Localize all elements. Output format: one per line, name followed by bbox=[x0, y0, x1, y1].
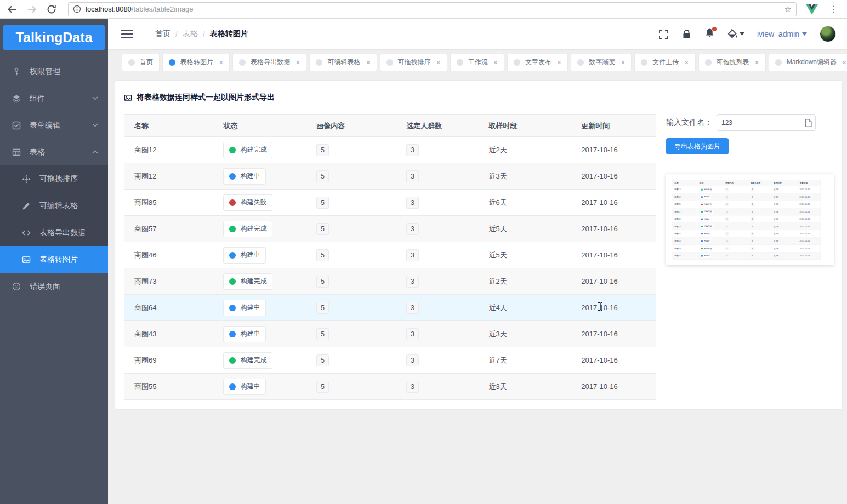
status-dot-icon bbox=[229, 147, 236, 153]
column-header: 状态 bbox=[213, 115, 306, 137]
bookmark-star-icon[interactable]: ☆ bbox=[785, 4, 792, 14]
sidebar-item-form-edit[interactable]: 表单编辑 bbox=[0, 112, 108, 139]
lock-icon[interactable] bbox=[681, 29, 692, 39]
page-tag[interactable]: 可编辑表格× bbox=[309, 54, 377, 71]
tag-label: 文件上传 bbox=[652, 58, 679, 67]
page-tag[interactable]: 工作流× bbox=[450, 54, 504, 71]
browser-menu-icon[interactable]: ⋮ bbox=[827, 4, 840, 14]
page-tag[interactable]: Markdown编辑器× bbox=[769, 54, 847, 71]
tag-close-icon[interactable]: × bbox=[295, 58, 300, 67]
sidebar-item-table-to-image[interactable]: 表格转图片 bbox=[0, 246, 108, 273]
tag-close-icon[interactable]: × bbox=[621, 58, 625, 67]
url-bar[interactable]: localhost:8080/tables/table2image ☆ bbox=[68, 2, 797, 16]
page-tag[interactable]: 数字渐变× bbox=[571, 54, 632, 71]
notifications-bell-icon[interactable] bbox=[704, 28, 715, 41]
table-row[interactable]: 商圈43构建中53近3天2017-10-16 bbox=[672, 237, 821, 244]
cell-audience-count: 3 bbox=[748, 193, 771, 201]
cell-update-time: 2017-10-16 bbox=[571, 216, 656, 242]
sidebar-item-editable-table[interactable]: 可编辑表格 bbox=[0, 192, 108, 219]
column-header: 状态 bbox=[697, 180, 723, 186]
cell-sample-period: 近3天 bbox=[771, 193, 797, 201]
cell-portrait-count: 5 bbox=[723, 237, 748, 244]
tag-close-icon[interactable]: × bbox=[436, 58, 441, 67]
avatar[interactable] bbox=[820, 26, 836, 42]
tag-close-icon[interactable]: × bbox=[684, 58, 689, 67]
cell-audience-count: 3 bbox=[748, 201, 771, 208]
cell-audience-count: 3 bbox=[396, 163, 479, 190]
page-tag[interactable]: 首页 bbox=[122, 54, 160, 71]
sidebar-item-table-export[interactable]: 表格导出数据 bbox=[0, 219, 108, 246]
cell-name: 商圈46 bbox=[124, 242, 214, 268]
cell-status: 构建中 bbox=[213, 295, 306, 321]
exported-table-preview: 名称状态画像内容选定人群数取样时段更新时间 商圈12构建完成53近2天2017-… bbox=[666, 174, 834, 265]
table-row[interactable]: 商圈73构建完成53近2天2017-10-16 bbox=[672, 223, 821, 230]
table-row[interactable]: 商圈55构建中53近3天2017-10-16 bbox=[672, 252, 821, 259]
table-row[interactable]: 商圈69构建完成53近7天2017-10-16 bbox=[672, 245, 821, 252]
count-tag: 3 bbox=[406, 302, 419, 314]
cell-audience-count: 3 bbox=[396, 268, 479, 295]
cell-update-time: 2017-10-16 bbox=[797, 186, 821, 193]
status-dot-icon bbox=[701, 218, 703, 220]
tag-close-icon[interactable]: × bbox=[493, 58, 498, 67]
breadcrumb-section[interactable]: 表格 bbox=[183, 29, 198, 39]
page-tag[interactable]: 文章发布× bbox=[507, 54, 568, 71]
filename-input[interactable] bbox=[717, 114, 816, 131]
sidebar-toggle-icon[interactable] bbox=[121, 30, 133, 38]
cell-name: 商圈55 bbox=[124, 374, 214, 400]
browser-back-icon[interactable] bbox=[7, 4, 18, 15]
page-tag[interactable]: 表格转图片× bbox=[162, 54, 230, 71]
cell-audience-count: 3 bbox=[748, 223, 771, 230]
table-row[interactable]: 商圈57构建完成53近5天2017-10-16 bbox=[124, 216, 656, 242]
sidebar-item-permissions[interactable]: 权限管理 bbox=[0, 58, 108, 85]
tag-close-icon[interactable]: × bbox=[755, 58, 759, 67]
cell-update-time: 2017-10-16 bbox=[797, 193, 821, 201]
count-tag: 3 bbox=[751, 210, 754, 213]
browser-refresh-icon[interactable] bbox=[46, 4, 57, 15]
preview-table-body: 商圈12构建完成53近2天2017-10-16商圈12构建中53近3天2017-… bbox=[672, 186, 821, 259]
sidebar-item-components[interactable]: 组件 bbox=[0, 85, 108, 112]
table-row[interactable]: 商圈12构建中53近3天2017-10-16 bbox=[672, 193, 821, 201]
cell-status: 构建中 bbox=[213, 163, 306, 190]
fullscreen-icon[interactable] bbox=[658, 29, 669, 39]
export-image-button[interactable]: 导出表格为图片 bbox=[666, 138, 729, 154]
tag-dot-icon bbox=[577, 59, 584, 66]
table-row[interactable]: 商圈85构建失败53近6天2017-10-16 bbox=[124, 190, 656, 216]
user-menu[interactable]: iview_admin bbox=[757, 30, 807, 38]
tag-close-icon[interactable]: × bbox=[219, 58, 223, 67]
browser-forward-icon[interactable] bbox=[26, 4, 37, 15]
count-tag: 5 bbox=[725, 217, 729, 221]
table-row[interactable]: 商圈46构建中53近5天2017-10-16 bbox=[672, 215, 821, 222]
tag-close-icon[interactable]: × bbox=[842, 58, 846, 67]
page-tag[interactable]: 可拖拽排序× bbox=[380, 54, 447, 71]
cell-update-time: 2017-10-16 bbox=[571, 242, 656, 268]
vue-devtools-icon[interactable] bbox=[805, 4, 818, 15]
sidebar-item-error-page[interactable]: 错误页面 bbox=[0, 273, 108, 300]
table-row[interactable]: 商圈43构建中53近3天2017-10-16 bbox=[124, 321, 656, 347]
table-row[interactable]: 商圈55构建中53近3天2017-10-16 bbox=[124, 374, 656, 400]
sidebar-item-tables[interactable]: 表格 bbox=[0, 139, 108, 165]
tag-close-icon[interactable]: × bbox=[557, 58, 561, 67]
table-row[interactable]: 商圈12构建中53近3天2017-10-16 bbox=[124, 163, 656, 190]
chevron-up-icon bbox=[92, 150, 98, 154]
table-row[interactable]: 商圈64构建中53近4天2017-10-16 bbox=[672, 230, 821, 237]
theme-switch[interactable] bbox=[727, 29, 744, 39]
table-row[interactable]: 商圈46构建中53近5天2017-10-16 bbox=[124, 242, 656, 268]
table-row[interactable]: 商圈69构建完成53近7天2017-10-16 bbox=[124, 347, 656, 374]
table-row[interactable]: 商圈12构建完成53近2天2017-10-16 bbox=[124, 137, 656, 163]
table-row[interactable]: 商圈85构建失败53近6天2017-10-16 bbox=[672, 201, 821, 208]
table-row[interactable]: 商圈57构建完成53近5天2017-10-16 bbox=[672, 208, 821, 215]
table-row[interactable]: 商圈73构建完成53近2天2017-10-16 bbox=[124, 268, 656, 295]
sidebar-item-drag-sort[interactable]: 可拖拽排序 bbox=[0, 165, 108, 192]
table-icon bbox=[12, 148, 21, 157]
table-row[interactable]: 商圈12构建完成53近2天2017-10-16 bbox=[672, 186, 821, 193]
status-badge: 构建中 bbox=[700, 239, 712, 243]
page-tag[interactable]: 文件上传× bbox=[634, 54, 695, 71]
cell-name: 商圈69 bbox=[672, 245, 697, 252]
breadcrumb-home[interactable]: 首页 bbox=[155, 29, 170, 39]
page-tag[interactable]: 可拖拽列表× bbox=[698, 54, 766, 71]
page-info-icon[interactable] bbox=[73, 5, 81, 13]
tag-close-icon[interactable]: × bbox=[366, 58, 370, 67]
page-tag[interactable]: 表格导出数据× bbox=[232, 54, 306, 71]
count-tag: 3 bbox=[751, 232, 754, 236]
table-row[interactable]: 商圈64构建中53近4天2017-10-16 bbox=[124, 295, 656, 321]
